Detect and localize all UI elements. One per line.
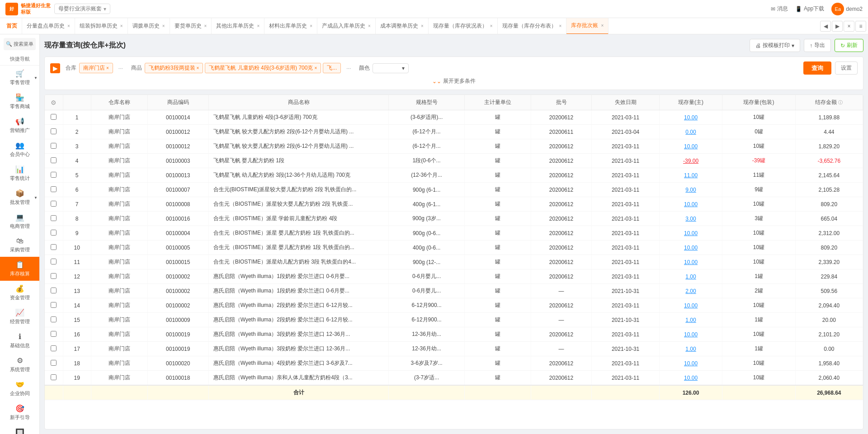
close-icon[interactable]: ×: [601, 23, 604, 28]
sidebar-item-retail-stats[interactable]: 📊 零售统计: [0, 161, 39, 185]
sidebar-item-wholesale[interactable]: 📦 批发管理: [0, 185, 39, 209]
expand-conditions[interactable]: ⌄⌄ 展开更多条件: [50, 77, 858, 85]
close-icon[interactable]: ×: [162, 24, 165, 28]
row-checkbox[interactable]: [45, 313, 63, 327]
row-qty-main[interactable]: -39.00: [659, 154, 722, 168]
search-menu-button[interactable]: 🔍 搜索菜单: [4, 38, 36, 50]
tab-6[interactable]: 材料出库单历史 ×: [264, 18, 317, 34]
tab-next-button[interactable]: ▶: [832, 21, 843, 32]
tab-home[interactable]: 首页: [2, 18, 22, 34]
close-icon[interactable]: ×: [368, 24, 371, 28]
tab-10[interactable]: 现存量（库存分布表）×: [498, 18, 567, 34]
remove-product2-icon[interactable]: ×: [314, 66, 317, 71]
sidebar-item-retail-mgmt[interactable]: 🛒 零售管理: [0, 66, 39, 90]
warehouse-more[interactable]: ···: [116, 64, 126, 72]
refresh-button[interactable]: ↻ 刷新: [835, 39, 863, 52]
row-qty-main[interactable]: 10.00: [659, 298, 722, 313]
row-checkbox[interactable]: [45, 255, 63, 269]
sidebar-item-enterprise[interactable]: 🤝 企业协同: [0, 377, 39, 401]
row-qty-main[interactable]: 10.00: [659, 327, 722, 342]
export-button[interactable]: ↑ 导出: [804, 39, 831, 52]
row-qty-main[interactable]: 10.00: [659, 371, 722, 386]
tab-5[interactable]: 其他出库单历史 ×: [212, 18, 264, 34]
close-icon[interactable]: ×: [120, 24, 123, 28]
remove-warehouse-icon[interactable]: ×: [106, 66, 109, 71]
sidebar-item-finance[interactable]: 💰 资金管理: [0, 281, 39, 305]
sidebar-item-guide[interactable]: 🎯 新手引导: [0, 401, 39, 425]
user-menu[interactable]: Ea demo2: [831, 3, 863, 15]
filter-expand-button[interactable]: ▶: [50, 63, 60, 73]
product-tag-2[interactable]: 飞鹤星飞帆 儿童奶粉 4段(3-6岁适用) 700克 ×: [205, 63, 321, 73]
query-button[interactable]: 查询: [803, 61, 831, 75]
sidebar-item-purchase[interactable]: 🛍 采购管理: [0, 233, 39, 257]
row-qty-main[interactable]: 10.00: [659, 226, 722, 241]
breadcrumb-select[interactable]: 母婴行业演示账套 ▾: [54, 4, 110, 14]
close-icon[interactable]: ×: [490, 24, 493, 28]
row-qty-main[interactable]: 2.00: [659, 284, 722, 298]
row-checkbox[interactable]: [45, 125, 63, 139]
row-checkbox[interactable]: [45, 284, 63, 298]
row-checkbox[interactable]: [45, 269, 63, 284]
row-qty-main[interactable]: 10.00: [659, 139, 722, 154]
color-select[interactable]: ▾: [373, 63, 409, 73]
sidebar-item-apps[interactable]: 🔲 应用中心: [0, 425, 39, 434]
close-icon[interactable]: ×: [67, 24, 70, 28]
tab-8[interactable]: 成本调整单历史 ×: [376, 18, 429, 34]
gear-icon[interactable]: ⚙: [51, 99, 57, 106]
row-qty-main[interactable]: 10.00: [659, 110, 722, 125]
row-qty-main[interactable]: 0.00: [659, 125, 722, 139]
tab-close-button[interactable]: ×: [844, 21, 854, 32]
row-qty-main[interactable]: 1.00: [659, 313, 722, 327]
row-checkbox[interactable]: [45, 139, 63, 154]
row-checkbox[interactable]: [45, 298, 63, 313]
close-icon[interactable]: ×: [257, 24, 259, 28]
row-qty-main[interactable]: 11.00: [659, 168, 722, 183]
message-button[interactable]: ✉ 消息: [771, 5, 788, 13]
row-checkbox[interactable]: [45, 226, 63, 241]
row-qty-main[interactable]: 10.00: [659, 197, 722, 212]
settings-button[interactable]: 设置: [835, 61, 858, 75]
row-checkbox[interactable]: [45, 197, 63, 212]
tab-9[interactable]: 现存量（库存状况表）×: [429, 18, 498, 34]
app-download-button[interactable]: 📱 App下载: [795, 5, 824, 13]
sidebar-item-retail-mall[interactable]: 🏪 零售商城: [0, 90, 39, 113]
row-checkbox[interactable]: [45, 154, 63, 168]
close-icon[interactable]: ×: [421, 24, 424, 28]
close-icon[interactable]: ×: [204, 24, 207, 28]
row-checkbox[interactable]: [45, 212, 63, 226]
tab-7[interactable]: 产成品入库单历史 ×: [317, 18, 376, 34]
sidebar-item-inventory[interactable]: 📋 库存核算: [0, 257, 39, 281]
row-checkbox[interactable]: [45, 110, 63, 125]
sidebar-item-member[interactable]: 👥 会员中心: [0, 137, 39, 161]
row-qty-main[interactable]: 10.00: [659, 356, 722, 371]
tab-11[interactable]: 库存批次账 ×: [566, 18, 609, 34]
template-print-button[interactable]: 🖨 按模板打印 ▾: [750, 39, 800, 52]
row-qty-main[interactable]: 1.00: [659, 342, 722, 356]
tab-3[interactable]: 调拨单历史 ×: [128, 18, 170, 34]
product-tag-more[interactable]: 飞...: [323, 63, 341, 73]
row-checkbox[interactable]: [45, 183, 63, 197]
tab-4[interactable]: 要货单历史 ×: [170, 18, 212, 34]
sidebar-item-ecommerce[interactable]: 💻 电商管理: [0, 209, 39, 233]
row-qty-main[interactable]: 1.00: [659, 269, 722, 284]
row-checkbox[interactable]: [45, 342, 63, 356]
row-qty-main[interactable]: 3.00: [659, 212, 722, 226]
sidebar-item-marketing[interactable]: 📢 营销推广: [0, 113, 39, 137]
product-more[interactable]: ···: [344, 64, 354, 72]
sidebar-item-operations[interactable]: 📈 经营管理: [0, 305, 39, 329]
row-checkbox[interactable]: [45, 327, 63, 342]
info-icon[interactable]: ⓘ: [838, 100, 843, 105]
warehouse-tag[interactable]: 南岸门店 ×: [79, 63, 113, 73]
tab-prev-button[interactable]: ◀: [820, 21, 831, 32]
row-qty-main[interactable]: 9.00: [659, 183, 722, 197]
row-qty-main[interactable]: 10.00: [659, 241, 722, 255]
tab-menu-button[interactable]: ≡: [855, 21, 866, 32]
row-checkbox[interactable]: [45, 371, 63, 386]
row-checkbox[interactable]: [45, 168, 63, 183]
product-tag-1[interactable]: 飞鹤奶粉3段两提装 ×: [145, 63, 203, 73]
sidebar-item-system[interactable]: ⚙ 系统管理: [0, 353, 39, 377]
remove-product1-icon[interactable]: ×: [197, 66, 199, 71]
tab-1[interactable]: 分量盘点单历史 ×: [22, 18, 75, 34]
row-checkbox[interactable]: [45, 241, 63, 255]
close-icon[interactable]: ×: [310, 24, 312, 28]
